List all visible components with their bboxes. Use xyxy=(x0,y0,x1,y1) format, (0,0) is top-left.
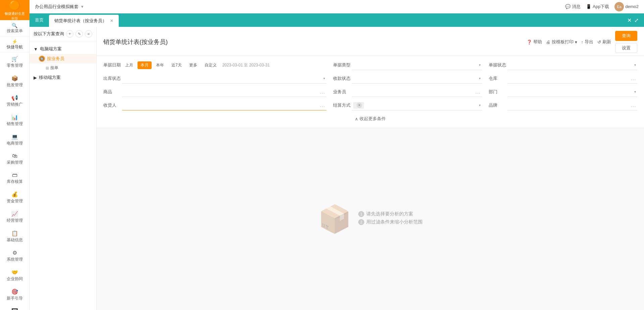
tab-maximize-icon[interactable]: ⤢ xyxy=(634,17,639,23)
empty-illustration: 📦 xyxy=(318,203,352,235)
tab-close-btn[interactable]: ✕ xyxy=(110,18,113,23)
date-btn-more[interactable]: 更多 xyxy=(186,61,200,69)
sidebar-item-销售管理[interactable]: 📊销售管理 xyxy=(7,111,23,130)
sidebar-item-批发管理[interactable]: 📦批发管理 xyxy=(7,72,23,91)
user-menu[interactable]: Ea demo2 xyxy=(614,2,639,11)
sidebar-item-资金管理[interactable]: 💰资金管理 xyxy=(7,188,23,207)
product-input[interactable]: … xyxy=(122,87,326,97)
help-btn[interactable]: ❓ 帮助 xyxy=(527,39,542,45)
salesperson-dots[interactable]: … xyxy=(475,89,481,95)
app-download-btn[interactable]: 📱 App下载 xyxy=(586,4,609,10)
add-scheme-btn[interactable]: + xyxy=(66,30,73,38)
page-header: 销货单统计表(按业务员) ❓ 帮助 🖨 按模板打印 ▾ ↑ 导出 xyxy=(97,27,644,56)
sidebar-item-基础信息[interactable]: 📋基础信息 xyxy=(7,227,23,246)
help-icon: ❓ xyxy=(527,40,532,45)
date-btn-7days[interactable]: 近7天 xyxy=(168,61,185,69)
date-btn-last-month[interactable]: 上月 xyxy=(122,61,136,69)
warehouse-dots[interactable]: … xyxy=(631,75,636,82)
filter-department: 部门 ▾ xyxy=(489,87,637,97)
filter-product: 商品 … xyxy=(103,87,326,97)
query-btn[interactable]: 查询 xyxy=(615,31,637,41)
message-btn[interactable]: 💬 消息 xyxy=(565,4,581,10)
date-btn-custom[interactable]: 自定义 xyxy=(202,61,220,69)
quick-nav[interactable]: ⚡ 快捷导航 xyxy=(0,37,29,52)
export-icon: ↑ xyxy=(581,40,584,45)
sidebar-label-4: 电商管理 xyxy=(7,141,23,146)
salesperson-badge: 🔘 xyxy=(39,56,45,62)
tab-close-icon[interactable]: ✕ xyxy=(627,17,632,23)
tree-section-desktop[interactable]: ▼ 电脑端方案 xyxy=(30,44,96,54)
filter-row-1: 单据日期 上月 本月 本年 近7天 更多 自定义 2023-03-01 至 20… xyxy=(103,60,637,70)
settlement-tag-close[interactable]: × xyxy=(357,103,362,108)
content-area: 按以下方案查询 + ✎ « ▼ 电脑端方案 🔘 按业务员 xyxy=(30,27,644,310)
message-label: 消息 xyxy=(572,4,581,10)
sidebar-item-零售管理[interactable]: 🛒零售管理 xyxy=(7,52,23,72)
sidebar-item-电商管理[interactable]: 💻电商管理 xyxy=(7,130,23,150)
date-btn-this-year[interactable]: 本年 xyxy=(153,61,167,69)
right-content: 销货单统计表(按业务员) ❓ 帮助 🖨 按模板打印 ▾ ↑ 导出 xyxy=(97,27,644,310)
logo-text: 畅捷通好生意 xyxy=(5,11,25,16)
print-btn[interactable]: 🖨 按模板打印 ▾ xyxy=(546,39,577,45)
salesperson-input[interactable]: … xyxy=(352,87,482,97)
collapse-filter-btn[interactable]: ∧ 收起更多条件 xyxy=(103,114,637,124)
order-type-label: 单据类型 xyxy=(333,62,352,68)
filter-brand: 品牌 … xyxy=(489,100,637,110)
warehouse-input[interactable]: … xyxy=(507,73,637,84)
order-type-input[interactable]: ▾ xyxy=(352,60,482,70)
edit-scheme-btn[interactable]: ✎ xyxy=(75,30,83,38)
user-name: demo2 xyxy=(625,4,639,9)
print-dropdown-arrow[interactable]: ▾ xyxy=(575,40,577,45)
department-input[interactable]: ▾ xyxy=(507,87,637,97)
filter-salesperson: 业务员 … xyxy=(333,87,482,97)
sidebar-item-新手引导[interactable]: 🎯新手引导 xyxy=(7,285,23,305)
mobile-section-arrow: ▶ xyxy=(34,75,37,80)
sidebar: 🟠 畅捷通好生意 标版 🔍 搜索菜单 ⚡ 快捷导航 🛒零售管理📦批发管理📢营销推… xyxy=(0,0,30,310)
sidebar-item-企业协同[interactable]: 🤝企业协同 xyxy=(7,266,23,285)
brand-label: 品牌 xyxy=(489,102,507,108)
payment-arrow: ▾ xyxy=(479,76,481,80)
brand-dots[interactable]: … xyxy=(631,102,636,108)
payment-input[interactable]: ▾ xyxy=(352,73,482,84)
sidebar-item-采购管理[interactable]: 🛍采购管理 xyxy=(7,150,23,169)
refresh-label: 刷新 xyxy=(602,39,611,45)
order-status-input[interactable]: ▾ xyxy=(507,60,637,70)
recipient-input[interactable]: … xyxy=(122,100,326,110)
tab-sales-report[interactable]: 销货单统计表（按业务员） ✕ xyxy=(49,15,119,27)
collapse-panel-btn[interactable]: « xyxy=(85,30,92,38)
tree-section-mobile[interactable]: ▶ 移动端方案 xyxy=(30,72,96,83)
export-btn[interactable]: ↑ 导出 xyxy=(581,39,594,45)
sidebar-item-经营管理[interactable]: 📈经营管理 xyxy=(7,207,23,227)
workspace-dropdown[interactable]: ▾ xyxy=(81,4,84,9)
main-area: 办公用品行业模拟账套 ▾ 💬 消息 📱 App下载 Ea demo2 首页 xyxy=(30,0,644,310)
tab-home[interactable]: 首页 xyxy=(30,13,49,27)
sidebar-icon-8: 📈 xyxy=(11,211,18,217)
left-panel-actions: + ✎ « xyxy=(66,30,92,38)
outbound-label: 出库状态 xyxy=(103,75,122,82)
sidebar-item-库存核算[interactable]: 🗃库存核算 xyxy=(7,169,23,188)
print-icon: 🖨 xyxy=(546,40,550,45)
message-icon: 💬 xyxy=(565,4,571,9)
recipient-dots[interactable]: … xyxy=(320,102,325,108)
workspace-info: 办公用品行业模拟账套 ▾ xyxy=(35,4,84,10)
settlement-input[interactable]: × ▾ xyxy=(352,100,482,110)
settings-btn[interactable]: 设置 xyxy=(615,43,637,53)
filter-order-type: 单据类型 ▾ xyxy=(333,60,482,70)
brand-input[interactable]: … xyxy=(507,100,637,110)
sidebar-item-营销推广[interactable]: 📢营销推广 xyxy=(7,91,23,111)
query-buttons: 查询 设置 xyxy=(615,31,637,53)
date-btn-this-month[interactable]: 本月 xyxy=(138,61,152,69)
tree-item-by-order[interactable]: ⊞ 按单 xyxy=(30,63,96,72)
refresh-btn[interactable]: ↺ 刷新 xyxy=(597,39,611,45)
sidebar-label-0: 零售管理 xyxy=(7,63,23,68)
sidebar-item-应用中心[interactable]: 🔲应用中心 xyxy=(7,305,23,310)
sidebar-item-系统管理[interactable]: ⚙系统管理 xyxy=(7,246,23,266)
tree-item-by-salesperson[interactable]: 🔘 按业务员 xyxy=(30,54,96,63)
product-dots[interactable]: … xyxy=(320,89,325,95)
outbound-input[interactable]: ▾ xyxy=(122,73,326,84)
outbound-arrow: ▾ xyxy=(323,76,325,80)
left-panel-title: 按以下方案查询 xyxy=(34,31,64,37)
settlement-arrow: ▾ xyxy=(479,103,481,107)
sidebar-icon-5: 🛍 xyxy=(12,153,17,159)
search-menu[interactable]: 🔍 搜索菜单 xyxy=(0,20,29,37)
sidebar-icon-4: 💻 xyxy=(11,134,18,140)
